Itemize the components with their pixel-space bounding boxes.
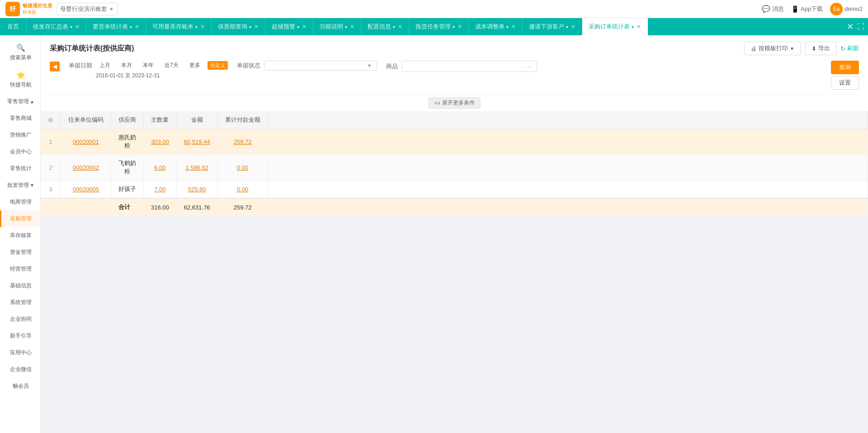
- tab-stock-book[interactable]: 可用量库存账本 ▾ ✕: [146, 18, 212, 35]
- sidebar-item-search[interactable]: 🔍 搜索菜单: [0, 39, 40, 66]
- tab-arrow-icon: ▾: [297, 24, 299, 29]
- row-seq: 3: [41, 181, 61, 199]
- export-button[interactable]: ⬇ 导出: [805, 42, 837, 55]
- content-area: 采购订单统计表(按供应商) 🖨 按模板打印 ▼ ⬇ 导出 ↻: [41, 35, 868, 433]
- custom-date-tag[interactable]: 自定义: [208, 61, 228, 70]
- sidebar-item-app-center[interactable]: 应用中心: [0, 344, 40, 361]
- row-extra: [268, 181, 868, 199]
- tab-close-icon[interactable]: ✕: [302, 24, 307, 30]
- filter-toggle[interactable]: ◀: [50, 61, 60, 71]
- tab-func-desc[interactable]: 功能说明 ▾ ✕: [313, 18, 361, 35]
- sidebar-item-sys-mgmt[interactable]: 系统管理: [0, 294, 40, 311]
- query-actions: 查询 设置: [831, 61, 859, 90]
- date-filter: 单据日期 上月 本月 本年 近7天 更多 自定义 2016-01-01 至 20…: [69, 61, 228, 80]
- tab-config[interactable]: 配置信息 ▾ ✕: [361, 18, 409, 35]
- sidebar-item-operations[interactable]: 经营管理: [0, 261, 40, 277]
- tab-close-icon[interactable]: ✕: [75, 24, 80, 30]
- sidebar-item-corp-collab[interactable]: 企业协同: [0, 311, 40, 328]
- tab-arrow-icon: ▾: [566, 24, 568, 29]
- sidebar-item-inventory[interactable]: 库存核算: [0, 227, 40, 244]
- row-qty[interactable]: 7.00: [144, 181, 177, 199]
- status-select[interactable]: ▼: [264, 61, 377, 71]
- settings-icon[interactable]: ⚙: [48, 117, 53, 124]
- tab-close-icon[interactable]: ✕: [571, 24, 576, 30]
- query-button[interactable]: 查询: [831, 61, 859, 74]
- row-paid-amount[interactable]: 0.00: [217, 181, 268, 199]
- row-paid-amount[interactable]: 0.00: [217, 155, 268, 181]
- sidebar-item-purchase[interactable]: 采购管理: [0, 210, 40, 227]
- goods-input[interactable]: ···: [401, 61, 537, 72]
- tab-warranty[interactable]: 保质期查询 ▾ ✕: [212, 18, 265, 35]
- tab-pick-task[interactable]: 拣货任务管理 ▾ ✕: [409, 18, 469, 35]
- tab-close-icon[interactable]: ✕: [350, 24, 354, 30]
- date-btn-this-month[interactable]: 本月: [118, 61, 136, 70]
- refresh-button[interactable]: ↻ 刷新: [840, 44, 859, 52]
- date-btn-7days[interactable]: 近7天: [161, 61, 182, 70]
- sidebar-item-retail-mgmt[interactable]: 零售管理 ▲: [0, 93, 40, 110]
- sidebar-wholesale-label: 批发管理: [7, 181, 29, 189]
- message-action[interactable]: 💬 消息: [762, 5, 784, 13]
- sidebar-operations-label: 经营管理: [10, 265, 32, 273]
- date-btn-more[interactable]: 更多: [186, 61, 204, 70]
- top-bar-left: 好 畅捷通好生意 标准版 母婴行业演示账套 ▼: [5, 2, 118, 16]
- row-unit-code[interactable]: 00020001: [61, 129, 111, 155]
- row-amount[interactable]: 60,519.44: [176, 129, 217, 155]
- row-amount[interactable]: 1,586.52: [176, 155, 217, 181]
- sidebar-item-retail-mall[interactable]: 零售商城: [0, 110, 40, 127]
- sidebar-item-finance[interactable]: 资金管理: [0, 244, 40, 261]
- app-download-action[interactable]: 📱 App下载: [791, 5, 823, 13]
- tab-goods-summary[interactable]: 要货单统计表 ▾ ✕: [86, 18, 146, 35]
- filter-collapse-icon[interactable]: ◀: [50, 62, 60, 71]
- sidebar-item-member[interactable]: 会员中心: [0, 143, 40, 160]
- settings-button[interactable]: 设置: [831, 76, 859, 90]
- nav-fullscreen-icon[interactable]: ⛶: [857, 23, 864, 31]
- tab-purchase-summary[interactable]: 采购订单统计表 ▾ ✕: [582, 18, 648, 35]
- sidebar-item-basic-info[interactable]: 基础信息: [0, 277, 40, 294]
- row-unit-code[interactable]: 00020005: [61, 181, 111, 199]
- sidebar-item-new-guide[interactable]: 新手引导: [0, 328, 40, 344]
- tab-close-icon[interactable]: ✕: [458, 24, 462, 30]
- tab-overstock[interactable]: 超储预警 ▾ ✕: [265, 18, 313, 35]
- table-header-row: ⚙ 往来单位编码 供应商 主数量: [41, 111, 868, 129]
- row-amount[interactable]: 525.80: [176, 181, 217, 199]
- sidebar-item-corp-wechat[interactable]: 企业微信: [0, 361, 40, 378]
- row-qty[interactable]: 6.00: [144, 155, 177, 181]
- tab-overstock-label: 超储预警: [272, 23, 295, 31]
- tab-close-icon[interactable]: ✕: [398, 24, 402, 30]
- nav-close-icon[interactable]: ✕: [847, 22, 854, 32]
- row-unit-code[interactable]: 00020002: [61, 155, 111, 181]
- tab-close-icon[interactable]: ✕: [254, 24, 259, 30]
- sidebar-item-retail-stat[interactable]: 零售统计: [0, 160, 40, 177]
- sidebar-purchase-label: 采购管理: [10, 215, 32, 223]
- sidebar-item-quick-nav[interactable]: ⭐ 快捷导航: [0, 66, 40, 93]
- date-btn-this-year[interactable]: 本年: [139, 61, 157, 70]
- row-seq: 2: [41, 155, 61, 181]
- expand-conditions-button[interactable]: ∨∨ 展开更多条件: [428, 97, 481, 109]
- sidebar-retail-stat-label: 零售统计: [10, 165, 32, 172]
- tab-invite-downstream[interactable]: 邀请下游客户 ▾ ✕: [523, 18, 582, 35]
- tab-purchase-summary-label: 采购订单统计表: [589, 23, 630, 31]
- sidebar-item-ecom[interactable]: 电商管理: [0, 194, 40, 210]
- tab-receive-summary[interactable]: 收发存汇总表 ▾ ✕: [27, 18, 86, 35]
- template-print-button[interactable]: 🖨 按模板打印 ▼: [744, 42, 801, 55]
- tab-close-icon[interactable]: ✕: [637, 24, 641, 30]
- tab-cost-adjust-label: 成本调整单: [475, 23, 505, 31]
- sidebar-member-label: 会员中心: [10, 148, 32, 156]
- user-profile[interactable]: Ea demo2: [830, 3, 863, 15]
- row-paid-amount[interactable]: 259.72: [217, 129, 268, 155]
- user-name: demo2: [844, 5, 863, 12]
- date-label: 单据日期: [69, 62, 92, 70]
- sidebar-item-marketing[interactable]: 营销推广: [0, 127, 40, 143]
- tab-cost-adjust[interactable]: 成本调整单 ▾ ✕: [469, 18, 523, 35]
- tab-close-icon[interactable]: ✕: [135, 24, 139, 30]
- tab-home[interactable]: 首页: [0, 18, 27, 35]
- sidebar-item-vip[interactable]: 畅会员: [0, 378, 40, 395]
- row-qty[interactable]: 303.00: [144, 129, 177, 155]
- date-btn-last-month[interactable]: 上月: [96, 61, 114, 70]
- page-header-actions: 🖨 按模板打印 ▼ ⬇ 导出 ↻ 刷新: [744, 42, 859, 55]
- tab-close-icon[interactable]: ✕: [511, 24, 516, 30]
- workspace-selector[interactable]: 母婴行业演示账套 ▼: [56, 3, 118, 15]
- sidebar-item-wholesale[interactable]: 批发管理 ▼: [0, 177, 40, 194]
- tab-close-icon[interactable]: ✕: [200, 24, 205, 30]
- ellipsis-icon[interactable]: ···: [527, 63, 532, 70]
